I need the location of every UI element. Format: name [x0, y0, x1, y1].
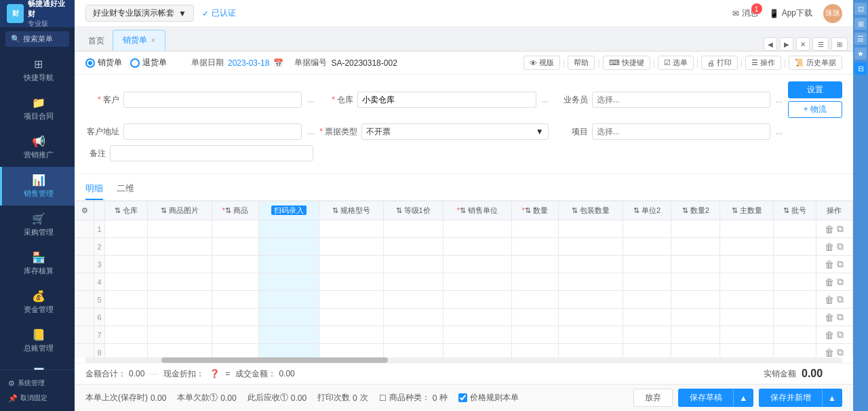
row-product-cell[interactable] — [212, 309, 258, 326]
tab-prev-arrow[interactable]: ◀ — [764, 37, 777, 51]
row-sale-unit-cell[interactable] — [443, 273, 511, 291]
row-batch-import-cell[interactable] — [258, 291, 319, 309]
row-batch-cell[interactable] — [774, 344, 816, 358]
row-warehouse-cell[interactable] — [105, 238, 148, 256]
row-qty-cell[interactable] — [511, 220, 558, 238]
row-warehouse-cell[interactable] — [105, 326, 148, 344]
row-delete-icon[interactable]: 🗑 — [825, 277, 834, 288]
row-main-qty-cell[interactable] — [720, 220, 774, 238]
calendar-icon[interactable]: 📅 — [273, 58, 283, 68]
sidebar-item-invoices[interactable]: 🧾 发票管理 — [0, 360, 75, 370]
tab-detail-erwei[interactable]: 二维 — [117, 180, 134, 200]
row-price1-cell[interactable] — [383, 273, 443, 291]
row-batch-import-cell[interactable] — [258, 220, 319, 238]
panel-icon-4[interactable]: ★ — [854, 47, 867, 60]
tab-close-all[interactable]: ✕ — [796, 37, 810, 51]
tab-close-icon[interactable]: × — [151, 37, 155, 44]
row-batch-import-cell[interactable] — [258, 309, 319, 326]
salesperson-picker[interactable]: ... — [776, 95, 783, 104]
print-button[interactable]: 🖨 打印 — [701, 56, 738, 70]
row-pack-qty-cell[interactable] — [558, 220, 623, 238]
tab-next-arrow[interactable]: ▶ — [780, 37, 793, 51]
tab-view-toggle-list[interactable]: ☰ — [812, 37, 829, 51]
row-warehouse-cell[interactable] — [105, 309, 148, 326]
row-pack-qty-cell[interactable] — [558, 326, 623, 344]
row-delete-icon[interactable]: 🗑 — [825, 294, 834, 305]
row-qty2-cell[interactable] — [671, 326, 720, 344]
row-unit2-cell[interactable] — [623, 238, 671, 256]
row-batch-cell[interactable] — [774, 238, 816, 256]
row-pack-qty-cell[interactable] — [558, 273, 623, 291]
row-product-img-cell[interactable] — [147, 220, 212, 238]
row-product-img-cell[interactable] — [147, 309, 212, 326]
project-picker[interactable]: ... — [776, 127, 783, 136]
row-batch-import-cell[interactable] — [258, 326, 319, 344]
panel-icon-5[interactable]: ⊟ — [854, 62, 867, 75]
row-spec-cell[interactable] — [319, 220, 383, 238]
add-logistics-button[interactable]: + 物流 — [788, 101, 842, 118]
row-spec-cell[interactable] — [319, 256, 383, 273]
row-sale-unit-cell[interactable] — [443, 344, 511, 358]
row-product-img-cell[interactable] — [147, 326, 212, 344]
row-main-qty-cell[interactable] — [720, 344, 774, 358]
panel-icon-1[interactable]: ⊡ — [854, 3, 867, 15]
row-product-cell[interactable] — [212, 326, 258, 344]
sidebar-item-purchase[interactable]: 🛒 采购管理 — [0, 206, 75, 244]
row-unit2-cell[interactable] — [623, 256, 671, 273]
save-draft-arrow[interactable]: ▲ — [733, 389, 753, 407]
row-product-cell[interactable] — [212, 256, 258, 273]
row-spec-cell[interactable] — [319, 291, 383, 309]
row-qty2-cell[interactable] — [671, 291, 720, 309]
sidebar-item-settings[interactable]: ⚙ 系统管理 — [5, 376, 69, 391]
row-product-cell[interactable] — [212, 291, 258, 309]
row-pack-qty-cell[interactable] — [558, 309, 623, 326]
row-warehouse-cell[interactable] — [105, 344, 148, 358]
row-delete-icon[interactable]: 🗑 — [825, 224, 834, 235]
row-price1-cell[interactable] — [383, 309, 443, 326]
row-batch-cell[interactable] — [774, 273, 816, 291]
row-copy-icon[interactable]: ⧉ — [837, 276, 844, 288]
row-spec-cell[interactable] — [319, 273, 383, 291]
preview-button[interactable]: 👁 视版 — [524, 56, 560, 70]
row-spec-cell[interactable] — [319, 238, 383, 256]
save-draft-main[interactable]: 保存草稿 — [678, 389, 733, 407]
sidebar-item-cancel-pin[interactable]: 📌 取消固定 — [5, 391, 69, 406]
row-sale-unit-cell[interactable] — [443, 256, 511, 273]
row-batch-import-cell[interactable] — [258, 344, 319, 358]
row-main-qty-cell[interactable] — [720, 309, 774, 326]
row-pack-qty-cell[interactable] — [558, 238, 623, 256]
row-spec-cell[interactable] — [319, 344, 383, 358]
row-main-qty-cell[interactable] — [720, 273, 774, 291]
row-qty-cell[interactable] — [511, 291, 558, 309]
row-sale-unit-cell[interactable] — [443, 326, 511, 344]
row-spec-cell[interactable] — [319, 326, 383, 344]
messages-button[interactable]: ✉ 消息 1 — [732, 7, 758, 19]
app-download-button[interactable]: 📱 App下载 — [769, 7, 812, 19]
row-qty2-cell[interactable] — [671, 220, 720, 238]
row-unit2-cell[interactable] — [623, 326, 671, 344]
row-copy-icon[interactable]: ⧉ — [837, 223, 844, 235]
tab-active-sale[interactable]: 销货单 × — [113, 30, 165, 51]
row-qty-cell[interactable] — [511, 256, 558, 273]
row-main-qty-cell[interactable] — [720, 256, 774, 273]
row-copy-icon[interactable]: ⧉ — [837, 311, 844, 323]
row-qty2-cell[interactable] — [671, 309, 720, 326]
row-qty-cell[interactable] — [511, 344, 558, 358]
row-pack-qty-cell[interactable] — [558, 291, 623, 309]
row-product-cell[interactable] — [212, 220, 258, 238]
warehouse-picker[interactable]: ... — [542, 95, 549, 104]
radio-sale[interactable]: 销货单 — [85, 57, 122, 68]
row-pack-qty-cell[interactable] — [558, 256, 623, 273]
row-spec-cell[interactable] — [319, 309, 383, 326]
scroll-thumb[interactable] — [161, 357, 389, 363]
row-sale-unit-cell[interactable] — [443, 309, 511, 326]
tab-detail-mingxi[interactable]: 明细 — [85, 180, 103, 200]
row-batch-cell[interactable] — [774, 309, 816, 326]
row-delete-icon[interactable]: 🗑 — [825, 347, 834, 358]
row-price1-cell[interactable] — [383, 220, 443, 238]
price-rule-check[interactable] — [458, 393, 467, 402]
row-qty2-cell[interactable] — [671, 344, 720, 358]
tab-view-toggle-grid[interactable]: ⊞ — [831, 37, 848, 51]
sidebar-item-inventory[interactable]: 🏪 库存核算 — [0, 244, 75, 283]
shortcut-button[interactable]: ⌨ 快捷键 — [603, 56, 650, 70]
